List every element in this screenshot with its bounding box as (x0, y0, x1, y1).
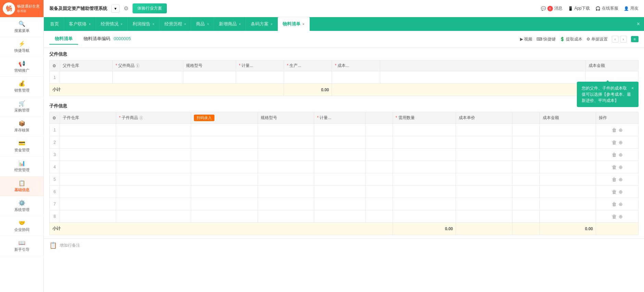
child-row-3-goods[interactable] (116, 149, 191, 161)
sidebar-item-purchase[interactable]: 🛒 采购管理 (0, 97, 44, 117)
delete-icon-row-2[interactable]: 🗑 (612, 140, 617, 145)
copy-icon-row-8[interactable]: ⊕ (619, 214, 623, 219)
child-row-5-qty[interactable] (393, 173, 456, 186)
child-row-2-unit-cost[interactable] (456, 136, 512, 149)
child-row-5-spec[interactable] (258, 173, 314, 186)
child-row-4-unit-cost[interactable] (456, 161, 512, 173)
child-row-4-qty[interactable] (393, 161, 456, 173)
child-row-6-warehouse[interactable] (60, 186, 116, 198)
child-row-5-goods[interactable] (116, 173, 191, 186)
app-download-button[interactable]: 📱 App下载 (568, 5, 590, 11)
child-row-2-warehouse[interactable] (60, 136, 116, 149)
sidebar-item-sales[interactable]: 💰 销售管理 (0, 77, 44, 97)
child-row-6-spec[interactable] (258, 186, 314, 198)
tab-goods[interactable]: 商品 × (191, 17, 214, 31)
parent-row-1-production[interactable] (284, 71, 332, 84)
child-row-8-spec[interactable] (258, 210, 314, 223)
copy-icon-row-1[interactable]: ⊕ (619, 127, 623, 133)
sidebar-item-guide[interactable]: 📖 新手引导 (0, 236, 44, 256)
copy-icon-row-4[interactable]: ⊕ (619, 164, 623, 170)
grid-view-button[interactable]: ≡ (631, 36, 639, 42)
child-row-7-qty[interactable] (393, 198, 456, 210)
sidebar-item-inventory[interactable]: 📦 库存核算 (0, 117, 44, 137)
child-row-2-unit[interactable] (314, 136, 365, 149)
child-goods-info-icon[interactable]: i (139, 116, 143, 120)
child-row-7-unit-cost[interactable] (456, 198, 512, 210)
child-row-8-goods[interactable] (116, 210, 191, 223)
tab-new-goods-close[interactable]: × (239, 22, 241, 26)
child-row-2-spec[interactable] (258, 136, 314, 149)
parent-row-1-warehouse[interactable] (60, 71, 113, 84)
tab-bom-close[interactable]: × (302, 22, 305, 26)
scan-input-button[interactable]: 扫码录入 (194, 115, 214, 121)
child-row-6-qty[interactable] (393, 186, 456, 198)
child-row-3-warehouse[interactable] (60, 149, 116, 161)
child-row-4-unit[interactable] (314, 161, 365, 173)
goods-info-icon[interactable]: i (136, 63, 139, 68)
child-row-7-goods[interactable] (116, 198, 191, 210)
child-row-1-warehouse[interactable] (60, 124, 116, 136)
copy-icon-row-5[interactable]: ⊕ (619, 177, 623, 182)
close-all-tabs[interactable]: × (634, 21, 643, 27)
child-row-2-qty[interactable] (393, 136, 456, 149)
sidebar-item-basic-info[interactable]: 📋 基础信息 (0, 176, 44, 196)
delete-icon-row-8[interactable]: 🗑 (612, 214, 617, 219)
delete-icon-row-5[interactable]: 🗑 (612, 177, 617, 182)
sidebar-item-enterprise[interactable]: 🤝 企业协同 (0, 216, 44, 236)
tooltip-close[interactable]: × (631, 85, 634, 91)
child-row-6-unit[interactable] (314, 186, 365, 198)
user-button[interactable]: 👤 用友 (624, 5, 639, 11)
tab-customer[interactable]: 客户联络 × (64, 17, 96, 31)
sidebar-item-quick-nav[interactable]: ⚡ 快捷导航 (0, 37, 44, 57)
tab-profit-close[interactable]: × (152, 22, 154, 26)
dropdown-button[interactable]: ▾ (111, 4, 120, 13)
child-row-7-spec[interactable] (258, 198, 314, 210)
trial-button[interactable]: 体验行业方案 (133, 3, 167, 13)
child-row-7-unit[interactable] (314, 198, 365, 210)
child-row-8-unit-cost[interactable] (456, 210, 512, 223)
child-row-4-warehouse[interactable] (60, 161, 116, 173)
single-settings-action[interactable]: ⚙ 单据设置 (586, 36, 608, 42)
child-row-1-unit-cost[interactable] (456, 124, 512, 136)
tab-bom[interactable]: 物料清单 × (278, 17, 310, 31)
child-row-3-spec[interactable] (258, 149, 314, 161)
child-row-6-goods[interactable] (116, 186, 191, 198)
sidebar-item-finance[interactable]: 💳 资金管理 (0, 137, 44, 156)
child-row-5-unit[interactable] (314, 173, 365, 186)
child-row-4-goods[interactable] (116, 161, 191, 173)
copy-icon-row-7[interactable]: ⊕ (619, 201, 623, 207)
sidebar-item-search[interactable]: 🔍 搜索菜单 (0, 17, 44, 37)
sidebar-item-marketing[interactable]: 📢 营销推广 (0, 57, 44, 77)
child-row-3-unit[interactable] (314, 149, 365, 161)
child-row-3-unit-cost[interactable] (456, 149, 512, 161)
tab-customer-close[interactable]: × (89, 22, 91, 26)
parent-col-settings[interactable]: ⚙ (50, 60, 60, 71)
settings-icon[interactable]: ⚙ (124, 5, 128, 12)
sub-tab-bom-list[interactable]: 物料清单 (49, 34, 78, 45)
online-service-button[interactable]: 🎧 在线客服 (595, 5, 618, 11)
delete-icon-row-6[interactable]: 🗑 (612, 189, 617, 195)
delete-icon-row-3[interactable]: 🗑 (612, 152, 617, 157)
tab-ops-history[interactable]: 经营历程 × (160, 17, 191, 31)
child-row-8-warehouse[interactable] (60, 210, 116, 223)
tab-goods-close[interactable]: × (207, 22, 209, 26)
child-row-1-qty[interactable] (393, 124, 456, 136)
sidebar-item-system[interactable]: ⚙️ 系统管理 (0, 196, 44, 216)
tab-home[interactable]: 首页 (45, 17, 64, 31)
child-col-settings[interactable]: ⚙ (50, 112, 60, 124)
prev-arrow[interactable]: ‹ (612, 36, 619, 43)
child-row-2-goods[interactable] (116, 136, 191, 149)
child-row-5-warehouse[interactable] (60, 173, 116, 186)
tab-barcode[interactable]: 条码方案 × (246, 17, 278, 31)
shortcut-action[interactable]: ⌨ 快捷键 (536, 36, 556, 42)
child-row-3-qty[interactable] (393, 149, 456, 161)
parent-row-1-cost[interactable] (332, 71, 380, 84)
delete-icon-row-7[interactable]: 🗑 (612, 201, 617, 207)
sidebar-item-operations[interactable]: 📊 经营管理 (0, 156, 44, 176)
child-row-5-unit-cost[interactable] (456, 173, 512, 186)
child-row-8-qty[interactable] (393, 210, 456, 223)
child-row-1-unit[interactable] (314, 124, 365, 136)
copy-icon-row-6[interactable]: ⊕ (619, 189, 623, 195)
child-row-1-goods[interactable] (116, 124, 191, 136)
tab-operations-stat[interactable]: 经营情况 × (96, 17, 128, 31)
